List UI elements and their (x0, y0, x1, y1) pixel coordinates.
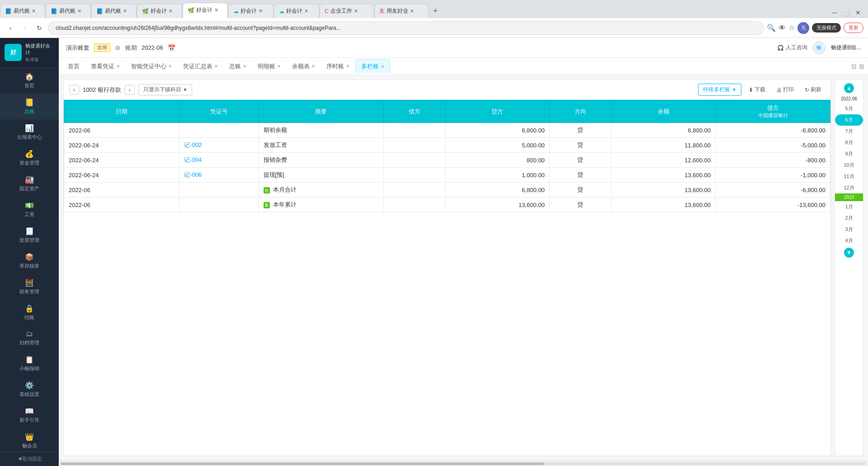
cal-month-oct[interactable]: 10月 (835, 160, 863, 171)
tab-smart[interactable]: 智能凭证中心 ✕ (126, 60, 177, 73)
tab-5-active[interactable]: 🌿 好会计 ✕ (183, 3, 228, 18)
sidebar-item-finance[interactable]: 💰 资金管理 (0, 145, 59, 171)
settings-gear-icon[interactable]: ⚙ (115, 44, 121, 52)
sidebar-item-settings[interactable]: ⚙️ 基础设置 (0, 377, 59, 402)
tab-8[interactable]: C 企业工作 ✕ (320, 4, 374, 18)
tab-voucher-sum-close[interactable]: ✕ (214, 64, 218, 69)
sidebar-item-expense[interactable]: 📋 小畅报销 (0, 351, 59, 377)
settings-label: 基础设置 (19, 391, 39, 398)
tab-balance-close[interactable]: ✕ (311, 64, 315, 69)
tab-voucher-sum[interactable]: 凭证汇总表 ✕ (178, 60, 223, 73)
cal-month-jun-active[interactable]: 6月 (835, 114, 863, 126)
download-button[interactable]: ⬇ 下载 (745, 84, 769, 95)
tab-4[interactable]: 🌿 好会计 ✕ (137, 4, 182, 18)
sub-filter-button[interactable]: 只显示下级科目 ▼ (138, 84, 193, 95)
sidebar-item-home[interactable]: 🏠 首页 (0, 68, 59, 94)
cal-month-jan[interactable]: 1月 (835, 201, 863, 212)
update-button[interactable]: 更新 (844, 23, 863, 33)
tab-2-close[interactable]: ✕ (77, 8, 81, 14)
tab-multi-close[interactable]: ✕ (381, 64, 384, 69)
calendar-icon[interactable]: 📅 (168, 44, 175, 52)
reload-button[interactable]: ↻ (33, 22, 45, 34)
tab-home[interactable]: 首页 (62, 60, 85, 73)
search-icon[interactable]: 🔍 (767, 24, 776, 32)
tab-general[interactable]: 总账 ✕ (224, 60, 252, 73)
cal-month-apr[interactable]: 4月 (835, 235, 863, 246)
cal-month-mar[interactable]: 3月 (835, 224, 863, 235)
bookmark-icon[interactable]: ☆ (788, 24, 795, 32)
tab-9[interactable]: 友 用友好业 ✕ (374, 4, 429, 18)
voucher-link-2[interactable]: 记-004 (184, 156, 202, 163)
cal-month-jul[interactable]: 7月 (835, 126, 863, 137)
tab-general-close[interactable]: ✕ (243, 64, 246, 69)
privacy-icon[interactable]: 👁 (778, 24, 786, 32)
tab-1-close[interactable]: ✕ (32, 8, 36, 14)
sidebar: 好 畅捷通好会计 标准版 🏠 首页 📒 总账 📊 云报表中心 💰 资金管理 (0, 38, 59, 466)
voucher-link-3[interactable]: 记-006 (184, 171, 202, 178)
logo-sub: 标准版 (25, 56, 54, 63)
prev-account-button[interactable]: ‹ (69, 85, 79, 95)
tab-9-close[interactable]: ✕ (410, 8, 414, 14)
cal-month-sep[interactable]: 9月 (835, 148, 863, 160)
voucher-link-1[interactable]: 记-002 (184, 141, 202, 148)
refresh-button[interactable]: ↻ 刷新 (801, 84, 825, 95)
tab-5-close[interactable]: ✕ (214, 7, 218, 13)
sidebar-item-member[interactable]: 👑 畅会员 (0, 428, 59, 452)
tab-3[interactable]: 📘 易代账 ✕ (91, 4, 137, 18)
cal-month-dec[interactable]: 12月 (835, 182, 863, 193)
cal-month-aug[interactable]: 8月 (835, 137, 863, 148)
sidebar-item-archive[interactable]: 🗂 归档管理 (0, 325, 59, 351)
tab-4-close[interactable]: ✕ (169, 8, 173, 14)
sidebar-item-payroll[interactable]: 💵 工资 (0, 197, 59, 222)
sidebar-item-assets[interactable]: 🏭 固定资产 (0, 171, 59, 197)
restore-icon[interactable]: ⬜ (842, 9, 850, 16)
sidebar-item-invoice[interactable]: 🧾 发票管理 (0, 222, 59, 248)
tab-expand-icon[interactable]: ⊞ (859, 63, 864, 70)
ledger-toolbar: ‹ 1002 银行存款 › 只显示下级科目 ▼ 特殊多栏账 ▼ ⬇ (64, 80, 830, 100)
cal-down-nav[interactable]: ▼ (844, 248, 854, 258)
pin-button[interactable]: ◀取消固定 (0, 452, 59, 466)
profile-icon[interactable]: 无 (797, 22, 809, 34)
consult-button[interactable]: 🎧 人工咨询 (777, 44, 807, 52)
cal-month-may[interactable]: 5月 (835, 103, 863, 114)
bottom-scrollbar[interactable] (59, 461, 868, 466)
minimize-icon[interactable]: ─ (832, 9, 837, 16)
tab-balance[interactable]: 余额表 ✕ (287, 60, 321, 73)
sidebar-item-inventory[interactable]: 📦 库存核算 (0, 248, 59, 274)
tab-7[interactable]: ☁ 好会计 ✕ (274, 4, 319, 18)
back-button[interactable]: ‹ (5, 22, 16, 34)
tab-2[interactable]: 📘 易代账 ✕ (46, 4, 91, 18)
next-account-button[interactable]: › (125, 85, 135, 95)
tab-6-close[interactable]: ✕ (259, 8, 263, 14)
sidebar-item-reports[interactable]: 📊 云报表中心 (0, 119, 59, 145)
cal-up-nav[interactable]: ▲ (844, 83, 854, 93)
stealth-mode-button[interactable]: 无痕模式 (812, 23, 841, 33)
tab-voucher-close[interactable]: ✕ (116, 64, 120, 69)
cal-month-nov[interactable]: 11月 (835, 171, 863, 182)
tab-detail[interactable]: 明细账 ✕ (252, 60, 286, 73)
tab-7-close[interactable]: ✕ (304, 8, 308, 14)
tab-journal[interactable]: 序时账 ✕ (321, 60, 355, 73)
forward-button[interactable]: › (19, 22, 31, 34)
close-icon[interactable]: ✕ (855, 9, 861, 16)
sidebar-item-guide[interactable]: 📖 新手引导 (0, 402, 59, 428)
tab-journal-close[interactable]: ✕ (346, 64, 349, 69)
address-input[interactable] (48, 21, 764, 35)
new-tab-button[interactable]: + (429, 5, 442, 17)
tab-1[interactable]: 📘 易代账 ✕ (0, 4, 45, 18)
tab-8-close[interactable]: ✕ (354, 8, 358, 14)
tab-3-close[interactable]: ✕ (123, 8, 127, 14)
tab-voucher[interactable]: 查看凭证 ✕ (85, 60, 125, 73)
tab-6[interactable]: ☁ 好会计 ✕ (228, 4, 274, 18)
sidebar-item-closing[interactable]: 🔒 结账 (0, 300, 59, 325)
tab-smart-close[interactable]: ✕ (168, 64, 172, 69)
tab-multi-active[interactable]: 多栏账 ✕ (355, 59, 390, 73)
cal-month-feb[interactable]: 2月 (835, 212, 863, 224)
multi-col-button[interactable]: 特殊多栏账 ▼ (698, 84, 741, 96)
print-button[interactable]: 🖨 打印 (773, 84, 797, 95)
sidebar-item-tax[interactable]: 🧮 税务管理 (0, 274, 59, 300)
cal-year-2023-badge: 2023 (835, 193, 863, 201)
tab-detail-close[interactable]: ✕ (277, 64, 281, 69)
tab-minimize-icon[interactable]: ⊟ (851, 63, 857, 70)
sidebar-item-ledger[interactable]: 📒 总账 (0, 94, 59, 119)
